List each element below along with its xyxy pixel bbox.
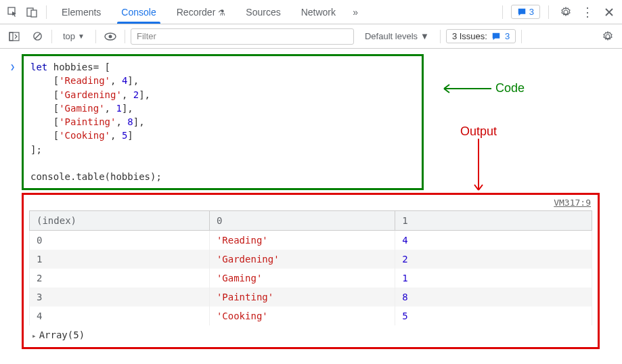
console-table: (index)01 0'Reading'41'Gardening'22'Gami… [29, 210, 592, 325]
clear-console-icon[interactable] [28, 28, 46, 45]
device-toggle-icon[interactable] [23, 3, 41, 21]
flask-icon: ⚗ [218, 8, 225, 18]
log-levels-selector[interactable]: Default levels ▼ [359, 29, 435, 43]
cell-value: 'Gaming' [209, 269, 395, 288]
tab-console[interactable]: Console [112, 1, 165, 23]
vm-reference-link[interactable]: VM317:9 [24, 196, 598, 210]
divider [125, 30, 125, 43]
table-header[interactable]: 0 [209, 210, 395, 230]
table-row: 0'Reading'4 [30, 230, 592, 250]
cell-index: 4 [30, 306, 210, 325]
annotation-code-label: Code [495, 81, 525, 95]
messages-button[interactable]: 3 [511, 5, 540, 19]
more-tabs-icon[interactable]: » [347, 3, 364, 21]
cell-value: 'Reading' [209, 230, 395, 250]
chat-icon [491, 32, 501, 41]
cell-value: 'Gardening' [209, 250, 395, 269]
tab-sources[interactable]: Sources [236, 1, 290, 23]
divider [548, 5, 549, 19]
prompt-icon: ❯ [10, 62, 15, 73]
svg-rect-4 [9, 32, 13, 41]
console-filter-bar: top ▼ Default levels ▼ 3 Issues: 3 [0, 24, 622, 49]
cell-value: 2 [395, 250, 592, 269]
cell-value: 'Painting' [209, 288, 395, 306]
annotation-output: Output [460, 124, 497, 196]
close-icon[interactable] [600, 3, 618, 21]
code-input-block[interactable]: ❯ let hobbies= [ ['Reading', 4], ['Garde… [22, 54, 424, 190]
cell-index: 0 [30, 230, 210, 250]
table-header[interactable]: (index) [30, 210, 210, 230]
divider [502, 5, 503, 19]
cell-value: 5 [395, 306, 592, 325]
live-expression-icon[interactable] [102, 28, 119, 45]
console-sidebar-toggle-icon[interactable] [5, 28, 23, 45]
arrow-down-icon [472, 139, 485, 196]
table-header[interactable]: 1 [395, 210, 592, 230]
kebab-menu-icon[interactable]: ⋮ [579, 3, 596, 21]
tab-elements[interactable]: Elements [52, 1, 110, 23]
tab-network[interactable]: Network [292, 1, 345, 23]
filter-input[interactable] [131, 28, 354, 45]
inspect-icon[interactable] [4, 3, 22, 21]
table-row: 3'Painting'8 [30, 288, 592, 306]
cell-index: 2 [30, 269, 210, 288]
issues-count: 3 [505, 31, 510, 41]
divider [46, 5, 47, 19]
chevron-down-icon: ▼ [78, 32, 85, 40]
devtools-tab-bar: Elements Console Recorder⚗ Sources Netwo… [0, 0, 622, 24]
divider [521, 30, 522, 43]
chevron-down-icon: ▼ [420, 31, 429, 41]
settings-icon[interactable] [557, 3, 575, 21]
table-row: 4'Cooking'5 [30, 306, 592, 325]
chat-icon [517, 7, 527, 17]
cell-value: 'Cooking' [209, 306, 395, 325]
array-summary-toggle[interactable]: Array(5) [24, 325, 598, 344]
context-label: top [63, 31, 75, 41]
tab-recorder[interactable]: Recorder⚗ [167, 1, 236, 23]
svg-point-7 [108, 35, 112, 38]
arrow-left-icon [439, 83, 491, 95]
annotation-code: Code [439, 81, 525, 95]
console-settings-icon[interactable] [599, 28, 617, 45]
svg-rect-2 [31, 10, 37, 17]
divider [440, 30, 441, 43]
console-area: ❯ let hobbies= [ ['Reading', 4], ['Garde… [0, 49, 622, 364]
table-row: 1'Gardening'2 [30, 250, 592, 269]
cell-index: 3 [30, 288, 210, 306]
levels-label: Default levels [365, 31, 418, 41]
cell-value: 8 [395, 288, 592, 306]
svg-rect-3 [9, 32, 19, 41]
issues-label: 3 Issues: [452, 31, 487, 41]
context-selector[interactable]: top ▼ [58, 29, 90, 43]
table-row: 2'Gaming'1 [30, 269, 592, 288]
messages-count: 3 [529, 7, 534, 17]
cell-value: 4 [395, 230, 592, 250]
tab-recorder-label: Recorder [177, 7, 216, 18]
cell-index: 1 [30, 250, 210, 269]
divider [95, 30, 96, 43]
divider [51, 30, 52, 43]
issues-button[interactable]: 3 Issues: 3 [446, 29, 516, 43]
annotation-output-label: Output [460, 124, 497, 139]
cell-value: 1 [395, 269, 592, 288]
console-output-block: VM317:9 (index)01 0'Reading'41'Gardening… [22, 193, 600, 349]
